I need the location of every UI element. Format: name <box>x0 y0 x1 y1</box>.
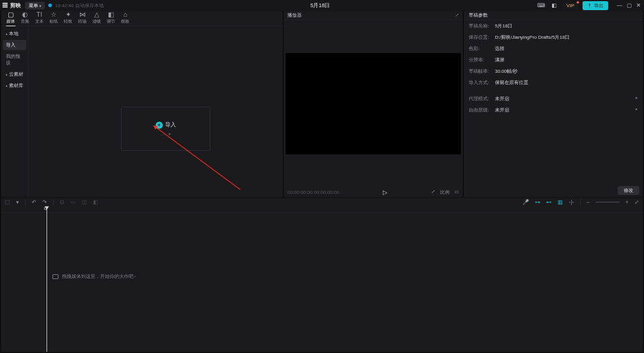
prop-row: 代理模式:未开启▸ <box>464 93 643 104</box>
player-fullscreen-icon[interactable]: ▭ <box>454 189 459 196</box>
tab-特效[interactable]: ✦特效 <box>61 11 75 26</box>
player-footer: 00:00:00:00 00:00:00:00 ▷ ⤢ 比例 ▭ <box>287 189 459 196</box>
sidebar-item-导入[interactable]: 导入 <box>3 40 26 50</box>
tool-dropdown-icon[interactable]: ▾ <box>16 199 19 205</box>
preview-icon[interactable]: ▥ <box>558 199 563 205</box>
main-menu-button[interactable]: 菜单 ▾ <box>25 2 45 10</box>
delete-icon[interactable]: ▭ <box>70 199 76 205</box>
prop-row: 导入方式:保留在原有位置 <box>464 77 643 88</box>
play-button[interactable]: ▷ <box>339 189 431 196</box>
media-stage[interactable]: + 导入 … ▸ <box>29 26 283 197</box>
split-icon[interactable]: ⊟ <box>60 199 64 205</box>
prop-row: 草稿帧率:30.00帧/秒 <box>464 66 643 77</box>
title-bar: ☰ 剪映 菜单 ▾ 19:42:46 自动保存本地 5月18日 ⌨ ◧ VIP … <box>0 0 644 11</box>
layout-icon[interactable]: ◧ <box>550 1 558 10</box>
timeline-area[interactable]: 0 拖拽媒体到这里，开始你的大作吧~ <box>1 206 643 352</box>
tab-icon: ◐ <box>22 11 28 18</box>
tab-icon: ⌂ <box>123 11 128 18</box>
tab-贴纸[interactable]: ☆贴纸 <box>47 11 61 26</box>
audio-wave-icon[interactable]: ◦|◦ <box>569 199 574 205</box>
player-header-label: 播放器 <box>287 12 302 18</box>
mic-icon[interactable]: 🎤 <box>522 199 529 205</box>
player-viewport[interactable] <box>286 53 461 154</box>
crop-icon[interactable]: ◫ <box>82 199 87 205</box>
autosave-label: 19:42:46 自动保存本地 <box>55 2 104 9</box>
prop-key: 分辨率: <box>469 57 495 63</box>
chevron-right-icon[interactable]: ▸ <box>636 107 638 113</box>
tab-滤镜[interactable]: △滤镜 <box>89 11 104 26</box>
drop-sub1: … <box>160 131 165 137</box>
window-close-button[interactable]: ✕ <box>636 2 642 8</box>
window-minimize-button[interactable]: — <box>617 2 623 8</box>
player-fullbleed-icon[interactable]: ⤢ <box>431 189 435 196</box>
prop-key: 保存位置: <box>469 34 495 41</box>
tab-label: 滤镜 <box>92 18 101 24</box>
prop-key: 自由层级: <box>469 107 495 113</box>
export-button[interactable]: ⭱ 导出 <box>583 1 608 10</box>
media-panel: ▢媒体◐音频TI文本☆贴纸✦特效⋈转场△滤镜◧调节⌂模板 ▸本地导入我的预设▸云… <box>1 11 283 197</box>
clip-icon <box>52 274 58 279</box>
chevron-right-icon: ▸ <box>6 32 8 36</box>
timeline-ruler[interactable]: 0 <box>1 206 643 213</box>
sidebar-item-我的预设[interactable]: 我的预设 <box>3 51 26 68</box>
zoom-slider[interactable] <box>596 202 620 203</box>
sidebar-item-素材库[interactable]: ▸素材库 <box>3 80 26 91</box>
app-logo: ☰ 剪映 <box>2 2 21 10</box>
sidebar-item-云素材[interactable]: ▸云素材 <box>3 69 26 79</box>
tab-label: 模板 <box>121 18 129 24</box>
main-menu-label: 菜单 <box>29 2 38 9</box>
shortcut-icon[interactable]: ⌨ <box>537 1 545 10</box>
player-ratio-button[interactable]: 比例 <box>440 189 450 196</box>
zoom-out-icon[interactable]: – <box>587 199 590 205</box>
timeline-hint-label: 拖拽媒体到这里，开始你的大作吧~ <box>62 273 137 280</box>
prop-value: 选择 <box>495 45 504 52</box>
vip-button[interactable]: VIP <box>563 2 578 9</box>
prop-row: 保存位置:D:/剪映/JianyingPro Drafts/5月18日 <box>464 32 643 43</box>
selection-tool-icon[interactable]: ⬚ <box>5 199 10 205</box>
title-right-group: ⌨ ◧ VIP ⭱ 导出 — ▢ ✕ <box>537 1 642 10</box>
tab-label: 媒体 <box>7 18 15 24</box>
player-collapse-icon[interactable]: ⤢ <box>455 13 459 18</box>
mirror-icon[interactable]: ◧ <box>93 199 98 205</box>
tab-icon: ◧ <box>108 11 114 18</box>
prop-value: 保留在原有位置 <box>495 79 528 86</box>
prop-key: 草稿帧率: <box>469 68 495 75</box>
prop-row: 自由层级:未开启▸ <box>464 104 643 116</box>
tab-label: 贴纸 <box>49 18 58 24</box>
undo-icon[interactable]: ↶ <box>32 199 36 205</box>
tab-媒体[interactable]: ▢媒体 <box>4 11 18 26</box>
tab-label: 转场 <box>78 18 86 24</box>
zoom-fit-icon[interactable]: ⤢ <box>634 199 639 205</box>
tab-音频[interactable]: ◐音频 <box>18 11 32 26</box>
chevron-right-icon[interactable]: ▸ <box>636 95 638 102</box>
prop-value: 30.00帧/秒 <box>495 68 518 75</box>
prop-row: 色彩:选择 <box>464 43 643 54</box>
chevron-down-icon: ▾ <box>39 4 41 8</box>
chevron-right-icon: ▸ <box>6 84 8 88</box>
playhead[interactable] <box>47 206 47 352</box>
tab-文本[interactable]: TI文本 <box>32 11 47 26</box>
tab-icon: TI <box>36 11 42 18</box>
media-tab-row: ▢媒体◐音频TI文本☆贴纸✦特效⋈转场△滤镜◧调节⌂模板 <box>1 11 283 26</box>
magnet-icon[interactable]: ⊶ <box>535 199 540 205</box>
import-label: 导入 <box>165 121 176 129</box>
prop-value: 未开启 <box>495 95 509 102</box>
import-dropzone[interactable]: + 导入 … ▸ <box>121 107 210 151</box>
redo-icon[interactable]: ↷ <box>42 199 47 205</box>
player-timecode: 00:00:00:00 00:00:00:00 <box>287 190 339 195</box>
link-icon[interactable]: ⊷ <box>546 199 552 205</box>
tab-icon: ⋈ <box>79 11 86 18</box>
project-title: 5月18日 <box>107 2 533 10</box>
tab-模板[interactable]: ⌂模板 <box>118 11 132 26</box>
tab-转场[interactable]: ⋈转场 <box>75 11 89 26</box>
prop-value: D:/剪映/JianyingPro Drafts/5月18日 <box>495 34 569 41</box>
zoom-in-icon[interactable]: + <box>626 199 628 205</box>
window-maximize-button[interactable]: ▢ <box>626 2 632 8</box>
prop-value: 未开启 <box>495 107 509 113</box>
prop-value: 满屏 <box>495 57 504 63</box>
tab-调节[interactable]: ◧调节 <box>104 11 118 26</box>
sidebar-item-本地[interactable]: ▸本地 <box>3 29 26 39</box>
modify-button[interactable]: 修改 <box>618 186 639 195</box>
player-panel: 播放器 ⤢ 00:00:00:00 00:00:00:00 ▷ ⤢ 比例 ▭ <box>284 11 463 197</box>
prop-key: 色彩: <box>469 45 495 52</box>
